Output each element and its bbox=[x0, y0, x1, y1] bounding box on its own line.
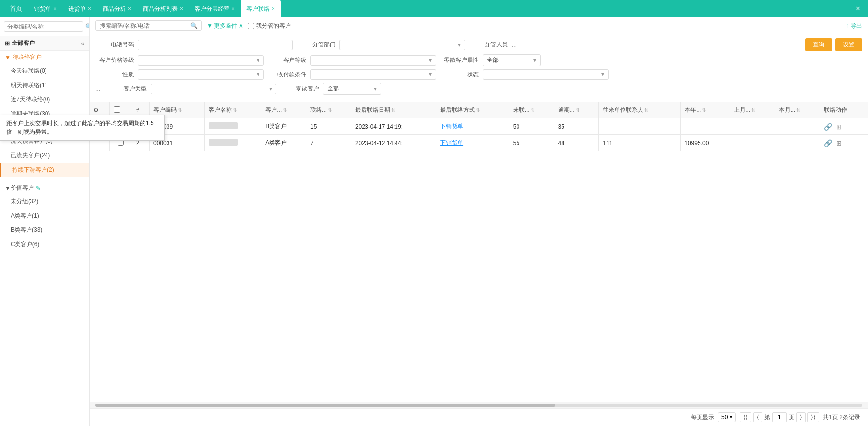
sidebar-item-a-class[interactable]: A类客户(1) bbox=[0, 209, 89, 223]
td-type-2: A类客户 bbox=[261, 135, 306, 151]
per-page-select[interactable]: 50 ▾ bbox=[718, 412, 736, 422]
data-table: ⚙ # 客户编码⇅ 客户名称⇅ 客户...⇅ 联络...⇅ 最后联络日期⇅ 最后… bbox=[90, 102, 868, 151]
price-grade-select[interactable]: ▾ bbox=[138, 55, 264, 66]
th-overdue[interactable]: 逾期...⇅ bbox=[554, 102, 599, 118]
td-last-way-1[interactable]: 下销货单 bbox=[436, 118, 509, 135]
th-name[interactable]: 客户名称⇅ bbox=[205, 102, 261, 118]
query-button[interactable]: 查询 bbox=[805, 38, 832, 51]
grid-action-icon-1[interactable]: ⊞ bbox=[836, 123, 842, 131]
sidebar-item-declining[interactable]: 持续下滑客户(2) bbox=[0, 163, 89, 177]
my-customer-checkbox[interactable] bbox=[248, 23, 254, 29]
sidebar-search-icon[interactable]: 🔍 bbox=[85, 23, 90, 30]
close-sales-tab[interactable]: × bbox=[53, 5, 57, 12]
close-purchase-tab[interactable]: × bbox=[88, 5, 91, 12]
phone-input[interactable] bbox=[138, 40, 293, 50]
person-dots[interactable]: ... bbox=[512, 42, 517, 48]
sidebar-search-input[interactable] bbox=[4, 21, 83, 32]
gender-select[interactable]: ▾ bbox=[138, 69, 264, 80]
dept-select[interactable]: ▾ bbox=[339, 40, 465, 50]
th-customer-type[interactable]: 客户...⇅ bbox=[261, 102, 306, 118]
filter-actions: 查询 设置 bbox=[805, 38, 862, 51]
tab-analysis-list[interactable]: 商品分析列表× bbox=[137, 0, 189, 17]
customer-type-select[interactable]: ▾ bbox=[151, 84, 276, 94]
td-last-month-2 bbox=[730, 135, 775, 151]
th-not-contact[interactable]: 未联...⇅ bbox=[509, 102, 554, 118]
select-all-checkbox[interactable] bbox=[114, 106, 120, 113]
th-last-month[interactable]: 上月...⇅ bbox=[730, 102, 775, 118]
prev-page-btn[interactable]: ⟨ bbox=[753, 412, 762, 422]
export-btn[interactable]: ↑ 导出 bbox=[846, 22, 862, 30]
th-contact[interactable]: 联络...⇅ bbox=[306, 102, 351, 118]
close-analysis-tab[interactable]: × bbox=[128, 5, 131, 12]
close-all-tabs[interactable]: × bbox=[856, 4, 860, 13]
scrollbar-thumb[interactable] bbox=[95, 404, 555, 407]
right-content: 🔍 ▼ 更多条件 ∧ 我分管的客户 ↑ 导出 电话号码 分管部门 bbox=[90, 17, 868, 426]
next-page-btn[interactable]: ⟩ bbox=[796, 412, 806, 422]
tab-customer-tier[interactable]: 客户分层经营× bbox=[189, 0, 241, 17]
zero-customer-select[interactable]: 全部 ▾ bbox=[323, 83, 381, 95]
zero-customer-label: 零散客户 bbox=[280, 85, 319, 93]
settings-button[interactable]: 设置 bbox=[835, 38, 862, 51]
sidebar-group-pending[interactable]: ▼ 待联络客户 bbox=[0, 51, 89, 64]
th-unit-contact[interactable]: 往来单位联系人⇅ bbox=[599, 102, 681, 118]
payment-select[interactable]: ▾ bbox=[310, 69, 436, 80]
th-last-way[interactable]: 最后联络方式⇅ bbox=[436, 102, 509, 118]
td-overdue-2: 48 bbox=[554, 135, 599, 151]
all-customers-title[interactable]: ⊞ 全部客户 « bbox=[0, 36, 89, 51]
per-page-arrow: ▾ bbox=[730, 414, 732, 421]
pagination-row: 每页显示 50 ▾ ⟨⟨ ⟨ 第 页 ⟩ ⟩⟩ 共1页 2条记录 bbox=[90, 408, 868, 426]
sidebar-item-b-class[interactable]: B类客户(33) bbox=[0, 223, 89, 237]
tab-home[interactable]: 首页 bbox=[4, 0, 28, 17]
table-header-row: ⚙ # 客户编码⇅ 客户名称⇅ 客户...⇅ 联络...⇅ 最后联络日期⇅ 最后… bbox=[90, 102, 868, 118]
td-action-2: 🔗 ⊞ bbox=[820, 135, 868, 151]
search-input[interactable] bbox=[100, 22, 190, 29]
td-last-way-2[interactable]: 下销货单 bbox=[436, 135, 509, 151]
tab-purchase[interactable]: 进货单× bbox=[62, 0, 97, 17]
th-last-date[interactable]: 最后联络日期⇅ bbox=[351, 102, 436, 118]
close-analysis-list-tab[interactable]: × bbox=[180, 5, 183, 12]
gender-label: 性质 bbox=[95, 71, 134, 79]
person-label: 分管人员 bbox=[469, 41, 508, 49]
sidebar-item-lost[interactable]: 已流失客户(24) bbox=[0, 148, 89, 163]
my-customer-checkbox-area[interactable]: 我分管的客户 bbox=[248, 22, 291, 30]
zero-customer-arrow: ▾ bbox=[374, 86, 377, 92]
first-page-btn[interactable]: ⟨⟨ bbox=[740, 412, 751, 422]
table-row: 2 000031 A类客户 7 2023-04-12 14:44: 下销货单 5… bbox=[90, 135, 868, 151]
chevron-down-icon: ∧ bbox=[239, 22, 243, 29]
sidebar-item-7days[interactable]: 近7天待联络(0) bbox=[0, 92, 89, 107]
th-this-year[interactable]: 本年...⇅ bbox=[681, 102, 730, 118]
tab-customer-contact[interactable]: 客户联络× bbox=[241, 0, 281, 17]
sidebar-item-tomorrow[interactable]: 明天待联络(1) bbox=[0, 78, 89, 93]
edit-value-icon[interactable]: ✎ bbox=[36, 185, 41, 191]
more-conditions-btn[interactable]: ▼ 更多条件 ∧ bbox=[207, 22, 243, 30]
zero-attr-select[interactable]: 全部 ▾ bbox=[483, 54, 541, 66]
td-this-month-1 bbox=[775, 118, 820, 135]
close-customer-tier-tab[interactable]: × bbox=[231, 5, 235, 12]
status-select[interactable]: ▾ bbox=[483, 69, 609, 80]
sidebar: 🔍 ⊞ 全部客户 « ▼ 待联络客户 今天待联络(0) 明天待联络(1) 近7天… bbox=[0, 17, 90, 426]
row4-dots[interactable]: ... bbox=[95, 86, 100, 92]
th-this-month[interactable]: 本月...⇅ bbox=[775, 102, 820, 118]
tab-sales[interactable]: 销货单× bbox=[28, 0, 62, 17]
sidebar-search-area: 🔍 bbox=[0, 17, 89, 36]
row1-action-group: 🔗 ⊞ bbox=[824, 123, 864, 131]
page-input[interactable] bbox=[772, 412, 787, 422]
grid-action-icon-2[interactable]: ⊞ bbox=[836, 139, 842, 147]
search-icon[interactable]: 🔍 bbox=[190, 22, 198, 29]
link-action-icon-1[interactable]: 🔗 bbox=[824, 123, 832, 131]
horizontal-scrollbar[interactable] bbox=[90, 402, 868, 408]
sidebar-item-today[interactable]: 今天待联络(0) bbox=[0, 64, 89, 78]
sidebar-item-c-class[interactable]: C类客户(6) bbox=[0, 237, 89, 252]
collapse-sidebar-btn[interactable]: « bbox=[81, 40, 84, 47]
gender-arrow: ▾ bbox=[257, 71, 259, 78]
customer-grade-select[interactable]: ▾ bbox=[310, 55, 436, 66]
tab-analysis[interactable]: 商品分析× bbox=[97, 0, 137, 17]
sidebar-group-value[interactable]: ▼ 价值客户 ✎ bbox=[0, 181, 89, 194]
td-overdue-1: 35 bbox=[554, 118, 599, 135]
last-page-btn[interactable]: ⟩⟩ bbox=[807, 412, 819, 422]
link-action-icon-2[interactable]: 🔗 bbox=[824, 139, 832, 147]
close-customer-contact-tab[interactable]: × bbox=[272, 5, 275, 12]
blurred-name-2 bbox=[209, 139, 238, 146]
per-page-label: 每页显示 bbox=[691, 413, 714, 422]
sidebar-item-ungrouped[interactable]: 未分组(32) bbox=[0, 194, 89, 209]
